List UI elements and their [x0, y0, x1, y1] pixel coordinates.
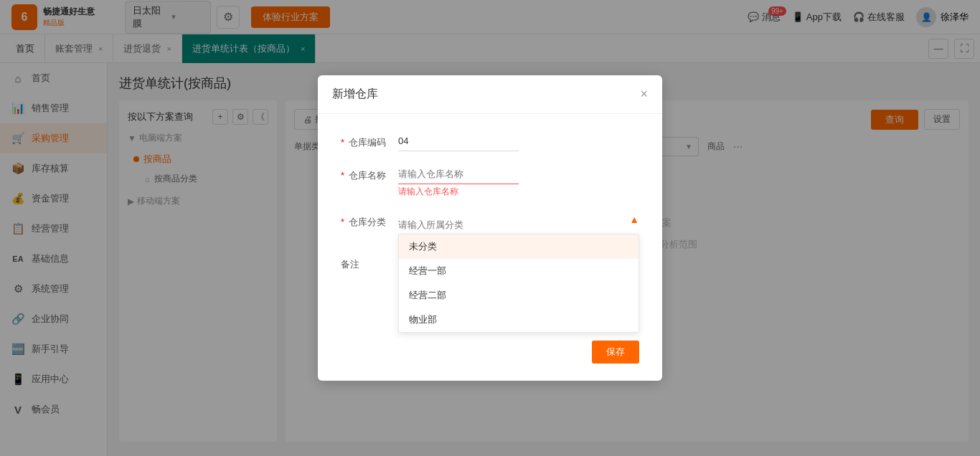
add-warehouse-dialog: 新增仓库 × * 仓库编码 * 仓库名称: [318, 75, 662, 381]
dialog-close-button[interactable]: ×: [640, 87, 648, 102]
warehouse-name-row: * 仓库名称 请输入仓库名称: [341, 164, 639, 198]
dropdown-item-dept1[interactable]: 经营一部: [399, 259, 639, 283]
category-dropdown: 未分类 经营一部 经营二部 物业部: [398, 234, 639, 333]
dropdown-item-dept2[interactable]: 经营二部: [399, 283, 639, 308]
dropdown-item-dept3[interactable]: 物业部: [399, 308, 639, 332]
code-field-wrapper: [398, 131, 639, 151]
dialog-footer: 保存: [318, 329, 662, 381]
category-search-input[interactable]: [398, 215, 639, 235]
dialog-body: * 仓库编码 * 仓库名称 请输入仓库名称: [318, 114, 662, 316]
dropdown-item-uncategorized[interactable]: 未分类: [399, 234, 639, 259]
warehouse-code-input[interactable]: [398, 131, 519, 151]
modal-overlay[interactable]: 新增仓库 × * 仓库编码 * 仓库名称: [0, 0, 980, 456]
dialog-title: 新增仓库: [332, 87, 378, 102]
name-label: * 仓库名称: [341, 164, 398, 182]
name-field-wrapper: 请输入仓库名称: [398, 164, 639, 198]
save-button[interactable]: 保存: [592, 341, 639, 364]
category-select-wrapper: ▲ 未分类 经营一部 经营二部 物业部: [398, 211, 639, 240]
warehouse-name-input[interactable]: [398, 164, 519, 184]
dialog-header: 新增仓库 ×: [318, 75, 662, 114]
code-label: * 仓库编码: [341, 131, 398, 149]
warehouse-code-row: * 仓库编码: [341, 131, 639, 151]
category-label: * 仓库分类: [341, 211, 398, 229]
category-arrow-icon[interactable]: ▲: [629, 214, 639, 225]
note-label: 备注: [341, 253, 398, 271]
warehouse-category-row: * 仓库分类 ▲ 未分类 经营一部 经营二部 物业部: [341, 211, 639, 240]
name-error-message: 请输入仓库名称: [398, 186, 639, 198]
